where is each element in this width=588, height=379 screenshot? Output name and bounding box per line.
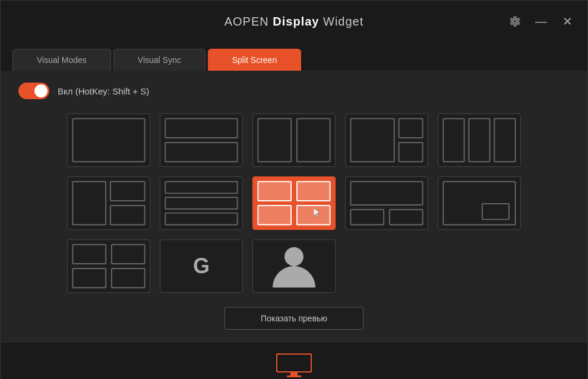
- svg-rect-20: [297, 206, 330, 225]
- layout-main-bottom-two[interactable]: [345, 176, 428, 230]
- giga-g-icon: G: [193, 254, 210, 279]
- monitor-icon: [276, 353, 312, 378]
- layout-person[interactable]: [252, 239, 336, 293]
- main-content: Вкл (HotKey: Shift + S): [1, 71, 587, 342]
- toggle-row: Вкл (HotKey: Shift + S): [18, 83, 570, 99]
- svg-rect-19: [258, 206, 291, 225]
- svg-rect-23: [390, 210, 423, 225]
- tab-split-screen[interactable]: Split Screen: [208, 49, 301, 71]
- svg-rect-9: [469, 119, 489, 162]
- layout-main-left-two-right[interactable]: [67, 176, 150, 230]
- svg-rect-0: [72, 119, 144, 162]
- layout-giga-g[interactable]: G: [160, 239, 243, 293]
- tab-visual-modes[interactable]: Visual Modes: [12, 49, 111, 71]
- svg-rect-29: [112, 269, 145, 288]
- svg-rect-18: [297, 182, 330, 201]
- svg-rect-8: [443, 119, 464, 162]
- svg-rect-32: [277, 355, 311, 371]
- enabled-toggle[interactable]: [18, 83, 49, 99]
- svg-rect-5: [350, 119, 394, 162]
- close-button[interactable]: ✕: [559, 13, 576, 30]
- layout-halves-v[interactable]: [252, 113, 336, 167]
- svg-rect-17: [258, 182, 291, 201]
- svg-rect-21: [350, 182, 422, 205]
- toggle-label: Вкл (HotKey: Shift + S): [58, 86, 149, 96]
- app-window: AOPEN Display Widget — ✕ Visual Modes Vi…: [0, 0, 588, 379]
- layout-grid: G: [18, 113, 570, 293]
- svg-rect-25: [482, 204, 509, 219]
- layout-four-grid[interactable]: [67, 239, 150, 293]
- svg-rect-13: [110, 206, 145, 225]
- minimize-button[interactable]: —: [533, 13, 549, 30]
- svg-rect-4: [297, 119, 330, 162]
- svg-rect-22: [350, 210, 384, 225]
- layout-main-right-split[interactable]: [345, 113, 428, 167]
- svg-rect-26: [72, 245, 106, 264]
- layout-quad[interactable]: [252, 176, 336, 230]
- preview-button-row: Показать превью: [18, 307, 570, 330]
- svg-rect-12: [110, 182, 145, 201]
- settings-button[interactable]: [507, 13, 523, 30]
- title-bar: AOPEN Display Widget — ✕: [1, 1, 587, 42]
- svg-point-30: [284, 247, 304, 266]
- show-preview-button[interactable]: Показать превью: [225, 307, 363, 330]
- layout-pip-right[interactable]: [438, 176, 521, 230]
- svg-rect-34: [287, 375, 301, 377]
- person-icon: [253, 240, 335, 292]
- svg-rect-7: [399, 143, 423, 162]
- layout-single[interactable]: [67, 113, 150, 167]
- layout-three-col[interactable]: [438, 113, 521, 167]
- bottom-section: 27HC1R P: [1, 342, 587, 379]
- layout-halves-h[interactable]: [160, 113, 243, 167]
- app-title: AOPEN Display Widget: [225, 15, 364, 29]
- svg-rect-2: [165, 143, 237, 162]
- svg-rect-28: [72, 269, 106, 288]
- toggle-knob: [34, 84, 48, 97]
- svg-rect-27: [112, 245, 145, 264]
- svg-rect-11: [72, 182, 106, 225]
- svg-rect-15: [165, 197, 237, 209]
- tab-visual-sync[interactable]: Visual Sync: [113, 49, 206, 71]
- svg-rect-1: [165, 119, 237, 138]
- svg-rect-16: [165, 213, 237, 225]
- window-controls: — ✕: [507, 13, 576, 30]
- layout-three-rows[interactable]: [160, 176, 243, 230]
- tab-bar: Visual Modes Visual Sync Split Screen: [1, 42, 587, 71]
- svg-rect-10: [494, 119, 515, 162]
- svg-rect-33: [290, 372, 298, 375]
- svg-rect-14: [165, 182, 237, 194]
- svg-rect-6: [399, 119, 423, 138]
- svg-rect-3: [258, 119, 291, 162]
